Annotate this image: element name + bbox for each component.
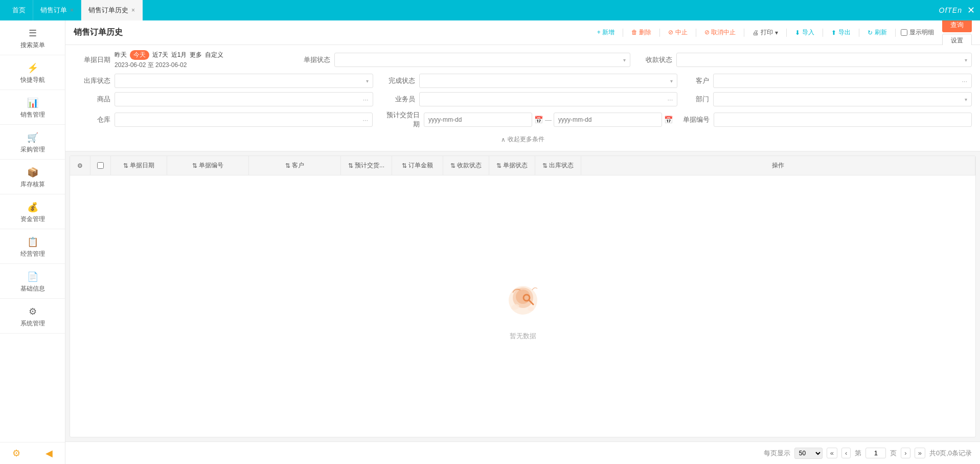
print-button[interactable]: 🖨 打印 ▾	[749, 26, 781, 39]
th-outbound-status[interactable]: ⇅ 出库状态	[535, 156, 581, 175]
sidebar-settings-icon[interactable]: ⚙	[12, 448, 20, 459]
th-payment-status[interactable]: ⇅ 收款状态	[443, 156, 489, 175]
delivery-date-end[interactable]	[554, 113, 662, 127]
table-area: ⚙ ⇅ 单据日期 ⇅ 单据编号 ⇅ 客户 ⇅	[70, 156, 976, 437]
salesperson-select[interactable]: ···	[419, 92, 678, 106]
sidebar-collapse-icon[interactable]: ◀	[45, 448, 53, 459]
date-7days[interactable]: 近7天	[152, 51, 168, 59]
order-status-label: 单据状态	[288, 55, 334, 64]
divider	[786, 29, 787, 37]
date-custom[interactable]: 自定义	[205, 51, 223, 59]
delivery-date-range: 📅 — 📅	[424, 113, 673, 127]
sort-icon: ⇅	[285, 162, 290, 169]
delete-button[interactable]: 🗑 删除	[628, 26, 654, 39]
show-details-checkbox[interactable]: 显示明细	[901, 28, 934, 37]
order-status-select[interactable]: ▾	[334, 53, 630, 67]
show-details-label: 显示明细	[909, 28, 934, 37]
toolbar: + 新增 🗑 删除 ⊘ 中止 ⊘ 取消中止 🖨 打印 ▾ ⬇ 导入	[594, 20, 972, 48]
delivery-date-start[interactable]	[424, 113, 532, 127]
top-bar-right: OfTEn ✕	[939, 5, 975, 16]
quick-nav-icon: ⚡	[27, 62, 38, 74]
cancel-stop-button[interactable]: ⊘ 取消中止	[701, 26, 739, 39]
finance-icon: 💰	[27, 202, 38, 213]
sidebar-item-operations[interactable]: 📋 经营管理	[0, 229, 65, 264]
table-header: ⚙ ⇅ 单据日期 ⇅ 单据编号 ⇅ 客户 ⇅	[70, 156, 975, 175]
refresh-button[interactable]: ↻ 刷新	[864, 26, 890, 39]
print-icon: 🖨	[753, 29, 759, 36]
th-settings[interactable]: ⚙	[70, 156, 90, 175]
outbound-status-select[interactable]: ▾	[115, 74, 373, 88]
first-page-button[interactable]: «	[827, 448, 837, 458]
sidebar-item-inventory[interactable]: 📦 库存核算	[0, 160, 65, 194]
date-range-text: 2023-06-02 至 2023-06-02	[115, 61, 288, 70]
print-dropdown-icon: ▾	[775, 29, 778, 36]
filter-row-4: 仓库 ··· 预计交货日期 📅 — 📅 单据编号	[74, 111, 972, 129]
page-size-select[interactable]: 50 10 20 100	[794, 448, 823, 459]
sidebar-item-search-menu[interactable]: ☰ 搜索菜单	[0, 20, 65, 55]
date-today[interactable]: 今天	[130, 50, 149, 60]
refresh-icon: ↻	[868, 29, 873, 36]
date-yesterday[interactable]: 昨天	[115, 51, 127, 59]
product-select[interactable]: ···	[115, 92, 373, 106]
empty-state: 暂无数据	[70, 175, 975, 437]
th-delivery[interactable]: ⇅ 预计交货...	[341, 156, 392, 175]
export-label: 导出	[838, 28, 851, 37]
sidebar-item-finance[interactable]: 💰 资金管理	[0, 194, 65, 229]
sidebar-item-quick-nav[interactable]: ⚡ 快捷导航	[0, 55, 65, 90]
import-button[interactable]: ⬇ 导入	[792, 26, 817, 39]
th-amount[interactable]: ⇅ 订单金额	[392, 156, 443, 175]
th-customer[interactable]: ⇅ 客户	[249, 156, 341, 175]
sidebar-item-system-mgmt[interactable]: ⚙ 系统管理	[0, 299, 65, 334]
inventory-icon: 📦	[27, 167, 38, 178]
select-all-checkbox[interactable]	[97, 162, 104, 169]
tab-home[interactable]: 首页	[5, 0, 33, 20]
empty-illustration	[497, 272, 549, 323]
query-button[interactable]: 查询	[942, 20, 972, 32]
date-1month[interactable]: 近1月	[171, 51, 187, 59]
stop-button[interactable]: ⊘ 中止	[665, 26, 690, 39]
delivery-date-start-calendar-icon[interactable]: 📅	[534, 116, 543, 124]
th-order-status[interactable]: ⇅ 单据状态	[489, 156, 535, 175]
complete-status-select[interactable]: ▾	[419, 74, 678, 88]
new-button[interactable]: + 新增	[594, 26, 618, 39]
show-details-input[interactable]	[901, 29, 907, 36]
delivery-date-end-calendar-icon[interactable]: 📅	[664, 116, 673, 124]
order-no-input[interactable]	[714, 113, 972, 127]
divider	[744, 29, 744, 37]
divider	[696, 29, 696, 37]
tab-sales-order[interactable]: 销售订单 ×	[33, 0, 81, 20]
sidebar-item-label: 基础信息	[20, 284, 45, 293]
department-select[interactable]: ▾	[713, 92, 972, 106]
pagination: 每页显示 50 10 20 100 « ‹ 第 页 › » 共0页,0条记录	[65, 441, 980, 464]
export-button[interactable]: ⬆ 导出	[828, 26, 854, 39]
customer-ellipsis[interactable]: ···	[962, 77, 967, 85]
date-quick-options: 昨天 今天 近7天 近1月 更多 自定义	[115, 50, 288, 60]
sort-icon: ⇅	[450, 162, 455, 169]
close-sales-order-history-tab[interactable]: ×	[131, 7, 135, 14]
sidebar-item-purchase-mgmt[interactable]: 🛒 采购管理	[0, 125, 65, 160]
sort-icon: ⇅	[348, 162, 353, 169]
last-page-button[interactable]: »	[915, 448, 925, 458]
th-order-no[interactable]: ⇅ 单据编号	[167, 156, 249, 175]
delivery-date-separator: —	[545, 116, 552, 124]
salesperson-label: 业务员	[373, 95, 419, 104]
sidebar-item-sales-mgmt[interactable]: 📊 销售管理	[0, 90, 65, 125]
payment-status-select[interactable]: ▾	[676, 53, 972, 67]
sidebar-bottom: ⚙ ◀	[0, 442, 65, 464]
close-sales-order-tab[interactable]: ×	[70, 7, 74, 14]
product-ellipsis[interactable]: ···	[363, 96, 369, 103]
warehouse-select[interactable]: ···	[115, 113, 373, 127]
customer-select[interactable]: ···	[713, 74, 972, 88]
window-close-button[interactable]: ✕	[967, 5, 975, 16]
salesperson-ellipsis[interactable]: ···	[668, 96, 673, 103]
warehouse-ellipsis[interactable]: ···	[362, 116, 368, 124]
tab-sales-order-history[interactable]: 销售订单历史 ×	[81, 0, 143, 20]
th-date[interactable]: ⇅ 单据日期	[111, 156, 167, 175]
page-number-input[interactable]	[865, 448, 886, 458]
more-conditions-label: 收起更多条件	[508, 135, 544, 144]
prev-page-button[interactable]: ‹	[841, 448, 851, 458]
next-page-button[interactable]: ›	[901, 448, 910, 458]
sidebar-item-basic-info[interactable]: 📄 基础信息	[0, 264, 65, 299]
date-more[interactable]: 更多	[190, 51, 202, 59]
more-conditions-toggle[interactable]: ∧ 收起更多条件	[74, 133, 972, 146]
